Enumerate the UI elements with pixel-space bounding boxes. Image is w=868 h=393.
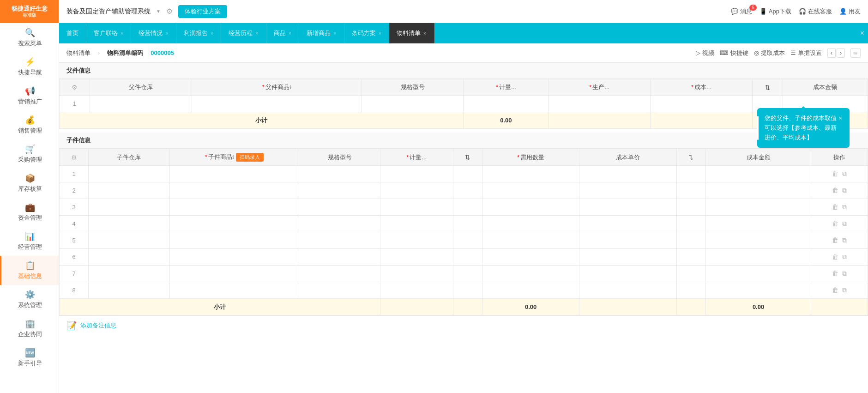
child-row7-delete-icon[interactable]: 🗑 [832, 270, 838, 277]
child-row1-warehouse[interactable] [89, 166, 169, 182]
breadcrumb-parent[interactable]: 物料清单 [66, 49, 90, 57]
tab-barcode-close-icon[interactable]: × [379, 30, 381, 36]
tooltip-close-btn[interactable]: × [838, 114, 842, 123]
child-row6-copy-icon[interactable]: ⧉ [842, 253, 847, 260]
tab-profit[interactable]: 利润报告 × [176, 23, 221, 43]
sidebar-item-operations[interactable]: 📊 经营管理 [0, 227, 59, 256]
child-row8-warehouse[interactable] [89, 282, 169, 299]
child-row1-unit[interactable] [380, 166, 453, 182]
user-wrapper[interactable]: 👤 用友 [839, 7, 861, 16]
child-row6-unit[interactable] [380, 249, 453, 266]
child-row3-unit-cost[interactable] [579, 199, 677, 216]
child-row2-product[interactable] [169, 182, 299, 199]
tab-operations-close-icon[interactable]: × [165, 30, 168, 36]
sidebar-item-guide[interactable]: 🆕 新手引导 [0, 343, 59, 372]
child-row1-quantity[interactable] [482, 166, 579, 182]
view-video-btn[interactable]: ▷ 视频 [696, 49, 714, 57]
child-row6-quantity[interactable] [482, 249, 579, 266]
child-row7-warehouse[interactable] [89, 266, 169, 282]
child-row2-delete-icon[interactable]: 🗑 [832, 187, 838, 194]
parent-row-cost[interactable] [651, 96, 753, 112]
child-row4-unit-cost[interactable] [579, 216, 677, 232]
child-row1-copy-icon[interactable]: ⧉ [842, 170, 847, 177]
sidebar-item-marketing[interactable]: 📢 营销推广 [0, 81, 59, 110]
child-row4-warehouse[interactable] [89, 216, 169, 232]
child-row8-quantity[interactable] [482, 282, 579, 299]
child-row8-unit-cost[interactable] [579, 282, 677, 299]
child-row8-unit[interactable] [380, 282, 453, 299]
child-row1-delete-icon[interactable]: 🗑 [832, 170, 838, 177]
child-row7-copy-icon[interactable]: ⧉ [842, 270, 847, 277]
child-col-sort[interactable]: ⇅ [453, 149, 482, 166]
child-row5-product[interactable] [169, 232, 299, 249]
tab-new-goods[interactable]: 新增商品 × [299, 23, 344, 43]
child-row7-unit-cost[interactable] [579, 266, 677, 282]
parent-row-warehouse[interactable] [90, 96, 192, 112]
child-row7-spec[interactable] [299, 266, 380, 282]
child-row4-copy-icon[interactable]: ⧉ [842, 220, 847, 227]
add-note-btn[interactable]: 添加备注信息 [80, 321, 116, 330]
sidebar-item-quick-nav[interactable]: ⚡ 快捷导航 [0, 52, 59, 81]
sidebar-item-finance[interactable]: 💼 资金管理 [0, 198, 59, 227]
sidebar-item-sales[interactable]: 💰 销售管理 [0, 110, 59, 139]
sidebar-item-search[interactable]: 🔍 搜索菜单 [0, 23, 59, 52]
parent-row-product[interactable] [192, 96, 362, 112]
settings-gear-icon[interactable]: ⚙ [166, 7, 173, 16]
tab-bom[interactable]: 物料清单 × [389, 23, 434, 43]
child-row3-spec[interactable] [299, 199, 380, 216]
parent-row-spec[interactable] [362, 96, 464, 112]
child-row3-warehouse[interactable] [89, 199, 169, 216]
tab-history-close-icon[interactable]: × [255, 30, 258, 36]
child-row8-spec[interactable] [299, 282, 380, 299]
parent-row-unit[interactable] [464, 96, 549, 112]
child-row5-quantity[interactable] [482, 232, 579, 249]
child-row8-delete-icon[interactable]: 🗑 [832, 286, 838, 294]
trial-button[interactable]: 体验行业方案 [178, 5, 227, 18]
tab-barcode[interactable]: 条码方案 × [344, 23, 389, 43]
sidebar-item-inventory[interactable]: 📦 库存核算 [0, 169, 59, 198]
child-row6-product[interactable] [169, 249, 299, 266]
child-col-sort2[interactable]: ⇅ [676, 149, 705, 166]
child-row8-product[interactable] [169, 282, 299, 299]
message-wrapper[interactable]: 💬 消息 6 [731, 7, 752, 16]
sidebar-item-purchase[interactable]: 🛒 采购管理 [0, 139, 59, 169]
child-row1-product[interactable] [169, 166, 299, 182]
tab-customer[interactable]: 客户联络 × [86, 23, 131, 43]
parent-row-prod[interactable] [549, 96, 651, 112]
child-row5-unit[interactable] [380, 232, 453, 249]
child-row3-product[interactable] [169, 199, 299, 216]
single-settings-btn[interactable]: ☰ 单据设置 [790, 49, 822, 57]
tab-customer-close-icon[interactable]: × [121, 30, 123, 36]
next-page-btn[interactable]: › [837, 48, 845, 58]
tab-goods[interactable]: 商品 × [266, 23, 299, 43]
child-row5-copy-icon[interactable]: ⧉ [842, 236, 847, 244]
shortcut-btn[interactable]: ⌨ 快捷键 [720, 49, 748, 57]
layout-btn[interactable]: ≡ [850, 48, 861, 58]
child-row6-unit-cost[interactable] [579, 249, 677, 266]
tab-goods-close-icon[interactable]: × [289, 30, 291, 36]
child-row7-unit[interactable] [380, 266, 453, 282]
child-row3-quantity[interactable] [482, 199, 579, 216]
sidebar-item-enterprise[interactable]: 🏢 企业协同 [0, 314, 59, 343]
child-row4-quantity[interactable] [482, 216, 579, 232]
scan-input-btn[interactable]: 扫码录入 [236, 153, 264, 162]
child-row6-warehouse[interactable] [89, 249, 169, 266]
tab-history[interactable]: 经营历程 × [221, 23, 266, 43]
child-row3-delete-icon[interactable]: 🗑 [832, 203, 838, 211]
child-row8-copy-icon[interactable]: ⧉ [842, 286, 847, 294]
child-row2-unit-cost[interactable] [579, 182, 677, 199]
close-all-icon[interactable]: × [856, 29, 868, 37]
parent-col-settings[interactable]: ⚙ [60, 79, 90, 96]
child-row2-unit[interactable] [380, 182, 453, 199]
child-row2-copy-icon[interactable]: ⧉ [842, 187, 847, 194]
dropdown-arrow-icon[interactable]: ▼ [156, 9, 161, 14]
child-row6-spec[interactable] [299, 249, 380, 266]
child-row4-delete-icon[interactable]: 🗑 [832, 220, 838, 227]
child-col-settings[interactable]: ⚙ [60, 149, 89, 166]
child-row6-delete-icon[interactable]: 🗑 [832, 253, 838, 260]
child-row5-delete-icon[interactable]: 🗑 [832, 236, 838, 244]
child-row3-unit[interactable] [380, 199, 453, 216]
extract-cost-btn[interactable]: ◎ 提取成本 [754, 49, 785, 57]
child-row1-unit-cost[interactable] [579, 166, 677, 182]
child-row4-spec[interactable] [299, 216, 380, 232]
